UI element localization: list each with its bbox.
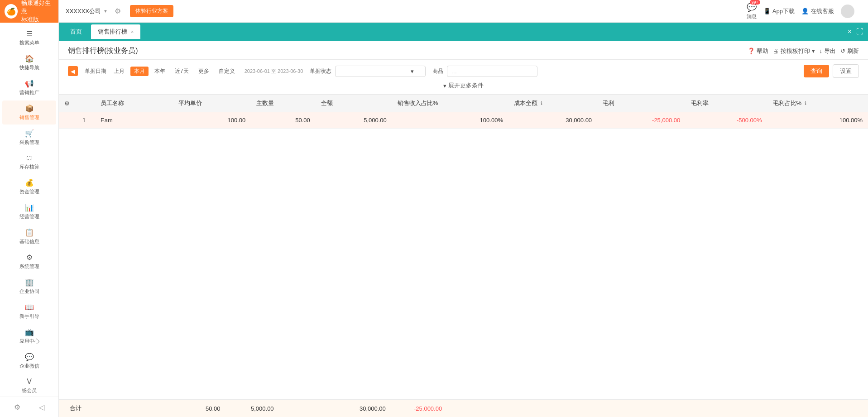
filter-goods: 商品 …	[432, 66, 537, 77]
sidebar-item-sales[interactable]: 📦 销售管理	[2, 101, 56, 125]
sidebar-item-inventory[interactable]: 🗂 库存核算	[2, 150, 56, 174]
date-tab-this-month[interactable]: 本月	[130, 67, 149, 76]
col-gross-pct-header: 毛利占比% ℹ	[767, 95, 868, 112]
date-filter-label: 单据日期	[85, 67, 106, 75]
row-gross-rate: -500.00%	[686, 112, 767, 129]
sidebar-collapse-btn[interactable]: ◁	[39, 403, 44, 412]
col-settings-header[interactable]: ⚙	[59, 95, 77, 112]
settings-button[interactable]: 设置	[833, 64, 859, 78]
enterprise-label: 企业协同	[19, 288, 39, 295]
sidebar-item-enterprise[interactable]: 🏢 企业协同	[2, 274, 56, 298]
row-gross: -25,000.00	[597, 112, 686, 129]
page-actions: ❓ 帮助 🖨 按模板打印 ▾ ↓ 导出 ↺ 刷新	[748, 47, 859, 55]
sales-label: 销售管理	[19, 114, 39, 121]
main: XXXXXX公司 ▼ ⚙ 体验行业方案 💬 99+ 消息 📱 App下载 👤 在…	[59, 0, 868, 417]
footer-amount: 5,000.00	[245, 405, 300, 412]
filter-row: ◀ 单据日期 上月 本月 本年 近7天 更多 自定义 2023-06-01 至 …	[68, 64, 859, 78]
tab-close-icon[interactable]: ×	[131, 29, 134, 34]
purchase-label: 采购管理	[19, 139, 39, 146]
wechat-icon: 💬	[25, 353, 34, 361]
goods-input[interactable]: …	[447, 66, 537, 77]
help-btn[interactable]: ❓ 帮助	[748, 47, 768, 55]
sidebar-item-guide[interactable]: 📖 新手引导	[2, 299, 56, 323]
search-icon: ☰	[26, 29, 33, 38]
cost-info-icon[interactable]: ℹ	[541, 101, 542, 106]
export-btn[interactable]: ↓ 导出	[820, 47, 836, 55]
status-select[interactable]: ▾	[335, 66, 426, 77]
operation-icon: 📊	[25, 203, 34, 212]
date-tab-more[interactable]: 更多	[195, 67, 213, 76]
app-download-btn[interactable]: 📱 App下载	[763, 7, 795, 15]
filter-status: 单据状态 ▾	[310, 66, 426, 77]
col-sales-pct-header: 销售收入占比%	[392, 95, 508, 112]
refresh-icon: ↺	[840, 48, 845, 54]
page-title: 销售排行榜(按业务员)	[68, 46, 138, 56]
message-label: 消息	[747, 13, 757, 20]
sidebar-item-apps[interactable]: 📺 应用中心	[2, 324, 56, 348]
sidebar-item-purchase[interactable]: 🛒 采购管理	[2, 125, 56, 149]
avatar[interactable]	[841, 5, 854, 18]
sidebar-item-wechat[interactable]: 💬 企业微信	[2, 349, 56, 373]
print-btn[interactable]: 🖨 按模板打印 ▾	[773, 47, 815, 55]
query-button[interactable]: 查询	[804, 65, 829, 77]
message-btn[interactable]: 💬 99+ 消息	[747, 2, 757, 20]
footer-label: 合计	[64, 404, 101, 412]
topbar: XXXXXX公司 ▼ ⚙ 体验行业方案 💬 99+ 消息 📱 App下载 👤 在…	[59, 0, 868, 23]
date-tab-last7days[interactable]: 近7天	[171, 67, 192, 76]
col-gross-rate-header: 毛利率	[686, 95, 767, 112]
search-label: 搜索菜单	[19, 39, 39, 46]
row-qty: 50.00	[251, 112, 316, 129]
company-dropdown-icon: ▼	[103, 9, 108, 14]
date-tab-prev-month[interactable]: 上月	[110, 67, 128, 76]
quick-nav-label: 快捷导航	[19, 64, 39, 71]
date-range-display: 2023-06-01 至 2023-06-30	[245, 68, 303, 75]
sidebar-item-operation[interactable]: 📊 经营管理	[2, 200, 56, 224]
window-close-icon[interactable]: ×	[848, 28, 852, 36]
enterprise-icon: 🏢	[25, 278, 34, 287]
trial-button[interactable]: 体验行业方案	[130, 5, 173, 17]
sidebar-logo: 🍊 畅康通好生意 标准版	[0, 0, 58, 23]
tabbar: 首页 销售排行榜 × × ⛶	[59, 23, 868, 41]
table-footer: 合计 50.00 5,000.00 30,000.00 -25,000.00	[59, 399, 868, 417]
sidebar-item-basic[interactable]: 📋 基础信息	[2, 225, 56, 249]
sidebar-item-finance[interactable]: 💰 资金管理	[2, 175, 56, 199]
apps-icon: 📺	[25, 328, 34, 336]
guide-icon: 📖	[25, 303, 34, 312]
filter-collapse-btn[interactable]: ◀	[68, 66, 78, 76]
print-dropdown-icon: ▾	[812, 48, 815, 54]
row-name: Eam	[95, 112, 173, 129]
tab-sales-ranking[interactable]: 销售排行榜 ×	[91, 24, 140, 39]
expand-more-btn[interactable]: ▾ 展开更多条件	[443, 81, 484, 90]
table-container: ⚙ 员工名称 平均单价 主数量 全额 销售收入占比% 成本全额 ℹ 毛利 毛利率	[59, 95, 868, 399]
col-avg-price-header: 平均单价	[173, 95, 251, 112]
sidebar-item-quick-nav[interactable]: 🏠 快捷导航	[2, 51, 56, 75]
logo-text: 畅康通好生意 标准版	[21, 0, 54, 24]
member-label: 畅会员	[22, 387, 37, 394]
settings-gear-icon[interactable]: ⚙	[64, 100, 70, 107]
status-select-value	[339, 68, 341, 75]
gross-pct-info-icon[interactable]: ℹ	[805, 101, 806, 106]
row-avg-price: 100.00	[173, 112, 251, 129]
window-expand-icon[interactable]: ⛶	[856, 28, 863, 36]
sidebar-item-search[interactable]: ☰ 搜索菜单	[2, 26, 56, 50]
tabbar-window-controls: × ⛶	[848, 28, 863, 36]
online-service-btn[interactable]: 👤 在线客服	[801, 7, 834, 15]
system-label: 系统管理	[19, 263, 39, 270]
page-header: 销售排行榜(按业务员) ❓ 帮助 🖨 按模板打印 ▾ ↓ 导出 ↺ 刷新	[59, 41, 868, 60]
sidebar-item-system[interactable]: ⚙ 系统管理	[2, 249, 56, 273]
date-tab-this-year[interactable]: 本年	[151, 67, 169, 76]
sidebar-settings-btn[interactable]: ⚙	[14, 403, 20, 412]
sidebar-item-marketing[interactable]: 📢 营销推广	[2, 76, 56, 100]
company-selector[interactable]: XXXXXX公司 ▼	[66, 7, 108, 15]
export-icon: ↓	[820, 48, 823, 54]
refresh-btn[interactable]: ↺ 刷新	[840, 47, 859, 55]
tab-home[interactable]: 首页	[63, 24, 89, 39]
sidebar: 🍊 畅康通好生意 标准版 ☰ 搜索菜单 🏠 快捷导航 📢 营销推广 📦 销售管理…	[0, 0, 59, 417]
company-name: XXXXXX公司	[66, 7, 101, 15]
inventory-label: 库存核算	[19, 163, 39, 170]
sidebar-item-member[interactable]: V 畅会员	[2, 374, 56, 397]
col-amount-header: 全额	[316, 95, 392, 112]
date-tab-custom[interactable]: 自定义	[215, 67, 239, 76]
filter-date: 单据日期 上月 本月 本年 近7天 更多 自定义 2023-06-01 至 20…	[85, 67, 303, 76]
topbar-gear-icon[interactable]: ⚙	[115, 7, 121, 15]
